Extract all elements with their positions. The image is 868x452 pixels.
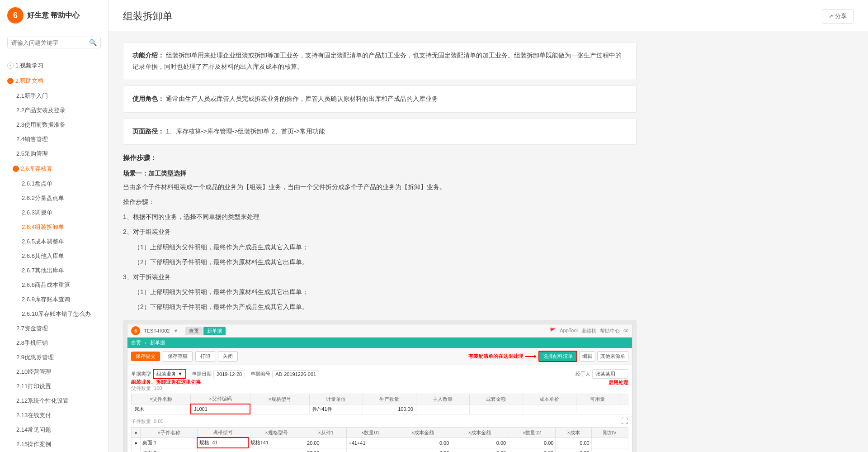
lower-expand-icon[interactable]: ⛶ bbox=[621, 417, 628, 425]
upper-th-avail: 可用量 bbox=[576, 394, 619, 404]
scenario1-title: 场景一：加工类型选择 bbox=[123, 170, 637, 178]
upper-th-action bbox=[619, 394, 628, 404]
share-button[interactable]: ↗ 分享 bbox=[822, 9, 854, 24]
nav-label-docs: 2.帮助文档 bbox=[15, 77, 44, 85]
app-logo: 6 bbox=[131, 326, 140, 335]
search-input[interactable] bbox=[11, 39, 89, 46]
role-label: 使用角色： bbox=[132, 95, 164, 102]
sidebar-item-266[interactable]: 2.6.6其他入库单 bbox=[0, 249, 108, 263]
annotation-enable: 启用处理 bbox=[609, 379, 628, 386]
sidebar-item-268[interactable]: 2.6.8商品成本重算 bbox=[0, 278, 108, 292]
nav-label-262: 2.6.2分量盘点单 bbox=[22, 195, 64, 201]
lower-td-spec2-2 bbox=[248, 448, 305, 452]
lower-td-name-2: 桌面 2 bbox=[141, 448, 198, 452]
sidebar-item-262[interactable]: 2.6.2分量盘点单 bbox=[0, 191, 108, 205]
nav-label-261: 2.6.1盘点单 bbox=[22, 180, 52, 187]
main-content: 组装拆卸单 ↗ 分享 功能介绍： 组装拆卸单用来处理企业组装或拆卸等加工业务，支… bbox=[108, 0, 868, 452]
nav-label-25: 2.5采购管理 bbox=[16, 150, 48, 157]
upper-th-main-qty: 主入数量 bbox=[416, 394, 469, 404]
btn-print[interactable]: 打印 bbox=[195, 351, 215, 362]
app-tab-new[interactable]: 新单据 bbox=[203, 327, 226, 335]
lower-td-amt1-2: 0.00 bbox=[394, 448, 451, 452]
nav-label-24: 2.4销售管理 bbox=[16, 136, 48, 143]
sidebar-item-purchase[interactable]: 2.5采购管理 bbox=[0, 147, 108, 161]
logo-text: 好生意 帮助中心 bbox=[27, 11, 80, 20]
lower-th-amt1: ×成本金额 bbox=[394, 428, 451, 438]
approve-label: 经手人 bbox=[576, 371, 590, 377]
sidebar-item-212[interactable]: 2.12系统个性化设置 bbox=[0, 394, 108, 408]
path-label: 页面路径： bbox=[132, 128, 164, 135]
lower-table-section: 子件数量 0.00 ⛶ ● ×子件名称 规格型号 ×规格型号 ×从件1 bbox=[127, 416, 632, 452]
upper-td-action-1 bbox=[619, 404, 628, 414]
sidebar-item-267[interactable]: 2.6.7其他出库单 bbox=[0, 263, 108, 278]
upper-td-code-1[interactable]: JL001 bbox=[191, 404, 250, 414]
sidebar-item-28[interactable]: 2.8手机旺铺 bbox=[0, 336, 108, 350]
role-text: 通常由生产人员或库管人员完成拆装业务的操作，库管人员确认原材料的出库和产成品的入… bbox=[166, 95, 438, 102]
lower-section-header: 子件数量 0.00 ⛶ bbox=[131, 416, 628, 427]
app-icon-rank: 业绩榜 bbox=[581, 328, 596, 334]
lower-td-qty02-1: 0.00 bbox=[508, 438, 556, 448]
sidebar-item-new-user[interactable]: 2.1新手入门 bbox=[0, 89, 108, 103]
sidebar-item-210[interactable]: 2.10经营管理 bbox=[0, 365, 108, 379]
sidebar-item-215[interactable]: 2.15操作案例 bbox=[0, 437, 108, 452]
date-value[interactable]: 2019-12-28 bbox=[213, 370, 245, 378]
annotation-enable-text: 启用处理 bbox=[609, 380, 628, 385]
step3-1: （1）上部明细为父件明细，最终作为原材料生成其它出库单； bbox=[134, 286, 637, 298]
nav-label-269: 2.6.9库存账本查询 bbox=[22, 296, 70, 303]
sidebar-item-269[interactable]: 2.6.9库存账本查询 bbox=[0, 292, 108, 307]
lower-td-spec1-1[interactable]: 规格_41 bbox=[197, 438, 248, 448]
sidebar-item-261[interactable]: 2.6.1盘点单 bbox=[0, 176, 108, 191]
sidebar-item-214[interactable]: 2.14常见问题 bbox=[0, 423, 108, 437]
sidebar-item-29[interactable]: 2.9优惠券管理 bbox=[0, 350, 108, 365]
nav-label-28: 2.8手机旺铺 bbox=[16, 339, 48, 346]
sidebar-item-264[interactable]: 2.6.4组装拆卸单 bbox=[0, 220, 108, 234]
path-text: 1、库存核算->库存管理->组装拆卸单 2、首页->常用功能 bbox=[166, 128, 325, 135]
upper-td-unit-1: 件/~41件 bbox=[309, 404, 363, 414]
nav-label-265: 2.6.5成本调整单 bbox=[22, 238, 64, 245]
sidebar-item-263[interactable]: 2.6.3调拨单 bbox=[0, 205, 108, 220]
sidebar-item-213[interactable]: 2.13在线支付 bbox=[0, 408, 108, 423]
btn-edit[interactable]: 编辑 bbox=[579, 351, 595, 362]
type-field-group: 单据类型 组装业务 ▼ 组装业务、拆卸业务在这里切换 bbox=[131, 369, 186, 379]
scenario1-title-text: 场景一：加工类型选择 bbox=[123, 170, 186, 177]
scenario1-desc: 当由多个子件材料组装成一个成品的业务为【组装】业务，当由一个父件拆分成多个子产品… bbox=[123, 181, 637, 193]
lower-td-cost-2: 0.00 bbox=[556, 448, 591, 452]
type-value[interactable]: 组装业务 ▼ bbox=[153, 369, 186, 379]
sidebar-item-docs[interactable]: − 2.帮助文档 bbox=[0, 73, 108, 89]
app-nav-bar: 自贡 › 新单据 bbox=[127, 338, 632, 348]
lower-td-amt1-1: 0.00 bbox=[394, 438, 451, 448]
upper-td-cost-1 bbox=[523, 404, 576, 414]
app-topbar: 6 TEST-H002 ▼ 自贡 新单据 🚩 AppTool 业绩榜 帮助中心 bbox=[127, 324, 632, 338]
btn-other-source[interactable]: 其他来源单 bbox=[597, 351, 628, 362]
sidebar-item-videos[interactable]: + 1.视频学习 bbox=[0, 58, 108, 73]
app-icon-help: 帮助中心 bbox=[600, 328, 620, 334]
sidebar-item-sales[interactable]: 2.4销售管理 bbox=[0, 132, 108, 147]
btn-select-recipe[interactable]: 选择配料清单 bbox=[538, 351, 577, 362]
sidebar-item-27[interactable]: 2.7资金管理 bbox=[0, 321, 108, 336]
lower-th-amt2: ×成本金额 bbox=[451, 428, 508, 438]
app-tab-home[interactable]: 自贡 bbox=[185, 327, 203, 335]
docno-value[interactable]: AD-20191226-001 bbox=[272, 370, 319, 378]
sidebar-item-inventory[interactable]: − 2.6库存核算 bbox=[0, 161, 108, 176]
app-icon-apptool: AppTool bbox=[560, 328, 578, 334]
lower-td-check-2: ● bbox=[132, 448, 141, 452]
approve-value[interactable]: 张某某用 bbox=[592, 369, 628, 379]
nav-label-21: 2.1新手入门 bbox=[16, 92, 48, 99]
btn-close[interactable]: 关闭 bbox=[218, 351, 238, 362]
steps-title: 操作步骤： bbox=[123, 154, 637, 162]
sidebar-item-data-prep[interactable]: 2.3使用前数据准备 bbox=[0, 118, 108, 132]
lower-td-amt2-1: 0.00 bbox=[451, 438, 508, 448]
upper-table-row-1: 床木 JL001 件/~41件 100.00 bbox=[132, 404, 628, 414]
sidebar-item-211[interactable]: 2.11打印设置 bbox=[0, 379, 108, 394]
step2-2: （2）下部明细为子件明细，最终作为原材料生成其它出库单。 bbox=[134, 257, 637, 268]
nav-label-267: 2.6.7其他出库单 bbox=[22, 267, 64, 274]
search-wrap[interactable]: 🔍 bbox=[7, 37, 101, 48]
sidebar-item-265[interactable]: 2.6.5成本调整单 bbox=[0, 234, 108, 249]
btn-save-submit[interactable]: 保存提交 bbox=[131, 352, 160, 361]
btn-save-draft[interactable]: 保存草稿 bbox=[163, 351, 193, 362]
sidebar-item-install[interactable]: 2.2产品安装及登录 bbox=[0, 103, 108, 118]
nav-label-27: 2.7资金管理 bbox=[16, 325, 48, 332]
type-label: 单据类型 bbox=[131, 371, 151, 377]
search-icon[interactable]: 🔍 bbox=[89, 39, 97, 46]
sidebar-item-2610[interactable]: 2.6.10库存账本错了怎么办 bbox=[0, 307, 108, 321]
